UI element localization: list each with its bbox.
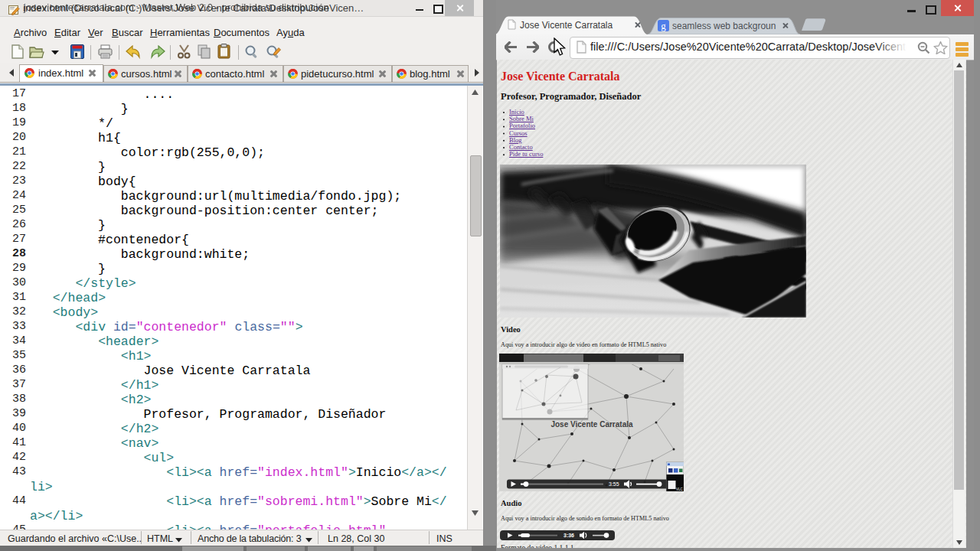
- svg-text:g: g: [661, 20, 666, 31]
- svg-text:3:36: 3:36: [564, 533, 574, 538]
- svg-text:Jose Vicente Carratala: Jose Vicente Carratala: [550, 420, 633, 429]
- svg-text:VLC: VLC: [676, 487, 684, 491]
- svg-text:3:55: 3:55: [609, 481, 619, 487]
